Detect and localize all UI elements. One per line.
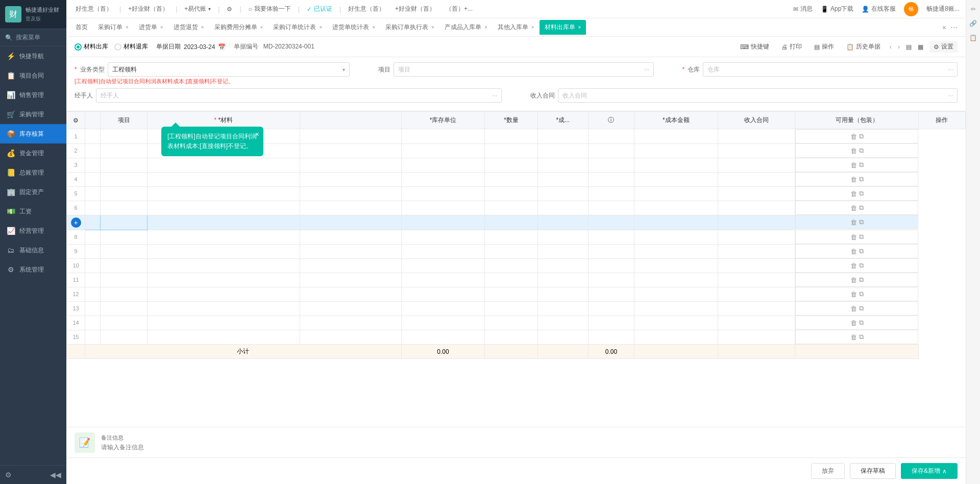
grid-view2-icon[interactable]: ▦ xyxy=(918,43,923,51)
delete-icon[interactable]: 🗑 xyxy=(850,161,857,169)
user-name[interactable]: 畅捷通8账... xyxy=(926,5,960,13)
cell[interactable] xyxy=(300,244,401,258)
cell[interactable] xyxy=(718,301,795,316)
sidebar-item-operations[interactable]: 📈 经营管理 xyxy=(0,221,66,240)
cell[interactable] xyxy=(85,258,101,273)
cell[interactable] xyxy=(300,273,401,287)
cell[interactable] xyxy=(148,172,300,186)
cell[interactable] xyxy=(101,287,148,301)
tab-receipt-stats[interactable]: 进货单统计表 × xyxy=(327,20,380,35)
cell[interactable] xyxy=(148,215,300,230)
th-cost-price[interactable]: *成... xyxy=(537,112,588,129)
delete-icon[interactable]: 🗑 xyxy=(850,176,857,183)
cell[interactable] xyxy=(485,273,538,287)
settings-icon[interactable]: ⚙ xyxy=(5,471,12,479)
cell[interactable] xyxy=(300,158,401,172)
cell[interactable] xyxy=(485,158,538,172)
cell[interactable] xyxy=(401,244,484,258)
cell[interactable] xyxy=(718,172,795,186)
th-income-contract[interactable]: 收入合同 xyxy=(718,112,795,129)
delete-icon[interactable]: 🗑 xyxy=(850,276,857,284)
tab-purchase-expense[interactable]: 采购费用分摊单 × xyxy=(209,20,268,35)
nav-next-icon[interactable]: › xyxy=(898,43,900,51)
cell[interactable] xyxy=(537,201,588,215)
cell[interactable] xyxy=(485,258,538,273)
cell[interactable] xyxy=(588,158,634,172)
cell[interactable] xyxy=(401,158,484,172)
th-quantity[interactable]: *数量 xyxy=(485,112,538,129)
cell[interactable] xyxy=(634,258,718,273)
copy-icon[interactable]: ⧉ xyxy=(859,261,864,270)
cell[interactable] xyxy=(101,158,148,172)
cell[interactable] xyxy=(101,301,148,316)
cell[interactable] xyxy=(634,186,718,201)
copy-icon[interactable]: ⧉ xyxy=(859,290,864,298)
cell[interactable] xyxy=(101,201,148,215)
cell[interactable] xyxy=(634,316,718,330)
cell[interactable] xyxy=(85,143,101,158)
history-btn[interactable]: 📋 历史单据 xyxy=(843,41,884,53)
collapse-icon[interactable]: ◀◀ xyxy=(50,471,61,479)
cell[interactable] xyxy=(85,201,101,215)
tab-receipt[interactable]: 进货单 × xyxy=(134,20,168,35)
delete-icon[interactable]: 🗑 xyxy=(850,305,857,312)
cell-input2[interactable] xyxy=(101,215,148,230)
cell[interactable] xyxy=(485,143,538,158)
cell[interactable] xyxy=(537,230,588,244)
date-value[interactable]: 2023-03-24 xyxy=(184,43,215,51)
save-draft-button[interactable]: 保存草稿 xyxy=(850,463,896,479)
app-download-btn[interactable]: 📱 App下载 xyxy=(821,5,853,13)
sidebar-search[interactable]: 🔍 搜索菜单 xyxy=(0,29,66,46)
shortcut-btn[interactable]: ⌨ 快捷键 xyxy=(737,41,772,53)
topbar-trial[interactable]: ○ 我要体验一下 xyxy=(246,3,294,15)
right-panel-edit-icon[interactable]: ✏ xyxy=(968,4,978,14)
sidebar-item-shortcuts[interactable]: ⚡ 快捷导航 xyxy=(0,46,66,66)
cell[interactable] xyxy=(485,172,538,186)
cell[interactable] xyxy=(718,316,795,330)
cell[interactable] xyxy=(588,316,634,330)
tab-close-icon[interactable]: × xyxy=(531,25,534,30)
cell[interactable] xyxy=(588,301,634,316)
save-new-button[interactable]: 保存&新增 ∧ xyxy=(901,463,958,479)
cell[interactable] xyxy=(588,143,634,158)
cell[interactable] xyxy=(401,129,484,144)
cell[interactable] xyxy=(401,273,484,287)
cell[interactable] xyxy=(537,330,588,345)
th-available-qty[interactable]: 可用量（包装） xyxy=(795,112,918,129)
cell[interactable] xyxy=(300,172,401,186)
print-btn[interactable]: 🖨 打印 xyxy=(778,41,805,53)
cell[interactable] xyxy=(634,129,718,144)
cell[interactable] xyxy=(401,301,484,316)
sidebar-item-inventory[interactable]: 📦 库存核算 xyxy=(0,124,66,143)
delete-icon[interactable]: 🗑 xyxy=(850,204,857,212)
message-btn[interactable]: ✉ 消息 xyxy=(793,5,813,13)
page-settings-btn[interactable]: ⚙ 设置 xyxy=(929,41,958,53)
cell[interactable] xyxy=(148,330,300,345)
cell[interactable] xyxy=(101,330,148,345)
cell[interactable] xyxy=(537,186,588,201)
topbar-nav-good-finance[interactable]: +好业财（首） xyxy=(125,3,172,15)
cell[interactable] xyxy=(634,158,718,172)
cell[interactable] xyxy=(718,330,795,345)
cell[interactable] xyxy=(85,301,101,316)
cell[interactable] xyxy=(588,230,634,244)
tab-close-icon[interactable]: × xyxy=(372,25,375,30)
copy-icon[interactable]: ⧉ xyxy=(859,319,864,327)
copy-icon[interactable]: ⧉ xyxy=(859,132,864,140)
cell[interactable] xyxy=(485,201,538,215)
cell[interactable] xyxy=(300,258,401,273)
cell[interactable] xyxy=(718,215,795,230)
th-unit[interactable]: *库存单位 xyxy=(401,112,484,129)
cell[interactable] xyxy=(148,230,300,244)
cell[interactable] xyxy=(101,143,148,158)
cell[interactable] xyxy=(634,230,718,244)
cell[interactable] xyxy=(101,230,148,244)
cell[interactable] xyxy=(537,273,588,287)
cell[interactable] xyxy=(401,172,484,186)
cell[interactable] xyxy=(634,172,718,186)
tab-receipt-return[interactable]: 进货退货 × xyxy=(168,20,209,35)
delete-icon[interactable]: 🗑 xyxy=(850,219,857,226)
tab-purchase-order[interactable]: 采购订单 × xyxy=(93,20,134,35)
sidebar-item-sales[interactable]: 📊 销售管理 xyxy=(0,85,66,105)
copy-icon[interactable]: ⧉ xyxy=(859,276,864,284)
